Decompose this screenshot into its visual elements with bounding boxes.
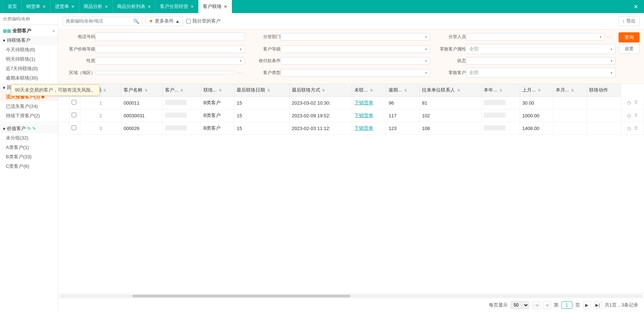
close-customer-tier-icon[interactable]: ✕	[190, 4, 194, 9]
close-product-analysis-list-icon[interactable]: ✕	[148, 4, 151, 9]
person-select[interactable]: ▾	[466, 33, 605, 41]
query-button[interactable]: 查询	[619, 32, 640, 42]
last-page-button[interactable]: ▶|	[594, 301, 602, 309]
this-month-sales-column-header[interactable]: 本月... ⇅	[553, 84, 587, 97]
name-column-header[interactable]: 客户名称 ⇅	[121, 84, 163, 97]
settings-button[interactable]: 设置	[619, 44, 640, 54]
row-checkbox[interactable]	[72, 113, 76, 117]
sidebar-item-declining[interactable]: 持续下滑客户(2)	[0, 111, 58, 121]
action-contact-icon[interactable]: ◷	[627, 100, 631, 105]
page-input[interactable]: 1	[562, 301, 572, 309]
group-arrow-2: ▾	[3, 85, 5, 90]
row-overdue: 108	[420, 122, 482, 135]
refresh-icon[interactable]: ↻	[27, 126, 31, 131]
filter-icon: ▼	[149, 19, 153, 24]
filter-field-price-level: 客户价格等级 ▾	[63, 45, 245, 53]
row-code: 000011	[121, 97, 163, 109]
dept-select[interactable]: ▾	[281, 33, 430, 41]
last-contact-date-column-header[interactable]: 最后联络日期 ⇅	[234, 84, 289, 97]
row-last-contact-way[interactable]: 下销货单	[352, 97, 386, 109]
nav-purchase-order[interactable]: 进货单 ✕	[51, 0, 79, 13]
sidebar-item-class-c[interactable]: C类客户(6)	[0, 162, 58, 171]
nav-product-analysis-list[interactable]: 商品分析列表 ✕	[113, 0, 156, 13]
row-overdue: 102	[420, 109, 482, 122]
price-level-select[interactable]: ▾	[95, 45, 245, 53]
contact-column-header[interactable]: 联络... ⇅	[201, 84, 234, 97]
group-pending-contact[interactable]: ▾ 待联络客户	[0, 36, 58, 45]
sidebar-item-churned[interactable]: 已流失客户(24)	[0, 102, 58, 111]
export-button[interactable]: ↑ 导出	[619, 16, 640, 26]
more-conditions-button[interactable]: ▼ 更多条件 ▲	[145, 16, 183, 26]
linked-sort-icon: ⇅	[457, 88, 460, 92]
region-select[interactable]	[95, 71, 234, 74]
action-more-icon[interactable]: ⠿	[634, 126, 638, 131]
last-contact-way-column-header[interactable]: 最后联络方式 ⇅	[289, 84, 352, 97]
retail-attr-select[interactable]: 全部 ▾	[466, 44, 616, 54]
row-checkbox[interactable]	[72, 100, 76, 105]
group-value-customers[interactable]: ▾ 价值客户 ↻ ✎	[0, 124, 58, 133]
action-more-icon[interactable]: ⠿	[634, 100, 638, 105]
close-product-analysis-icon[interactable]: ✕	[105, 4, 108, 9]
year-sales-column-header[interactable]: 本年... ⇅	[482, 84, 520, 97]
sidebar-item-today[interactable]: 今天待联络(0)	[0, 45, 58, 54]
nav-customer-contact[interactable]: 客户联络 ✕	[198, 0, 232, 13]
next-page-button[interactable]: ▶	[583, 301, 591, 309]
close-sales-order-icon[interactable]: ✕	[43, 4, 46, 9]
close-purchase-order-icon[interactable]: ✕	[71, 4, 75, 9]
edit-icon[interactable]: ✎	[32, 126, 36, 131]
search-input[interactable]	[66, 19, 133, 24]
my-customers-checkbox[interactable]	[186, 19, 191, 24]
linked-person-column-header[interactable]: 往来单位联系人 ⇅	[420, 84, 482, 97]
search-input-container[interactable]: 🔍	[63, 17, 142, 26]
sidebar-item-class-a[interactable]: A类客户(1)	[0, 143, 58, 152]
phone-input[interactable]	[95, 32, 245, 41]
row-uncontact: 123	[386, 122, 420, 135]
retail-customer-select[interactable]: 全部 ▾	[466, 68, 616, 78]
prev-page-button[interactable]: ◀	[543, 301, 551, 309]
collapse-icon[interactable]: «	[53, 29, 55, 33]
retail-attr-dropdown-icon: ▾	[611, 47, 612, 51]
nav-customer-tier[interactable]: 客户分层经营 ✕	[156, 0, 198, 13]
sidebar-item-unclassified[interactable]: 未分组(32)	[0, 133, 58, 143]
nav-home[interactable]: 首页	[3, 0, 22, 13]
customer-level-select[interactable]: ▾	[281, 45, 430, 53]
horizontal-scrollbar[interactable]	[58, 293, 644, 298]
customer-type-select[interactable]: ▾	[281, 69, 430, 77]
tooltip-box: 90天未交易的客户，可能有流失风险。	[11, 84, 58, 96]
sidebar-item-tomorrow[interactable]: 明天待联络(1)	[0, 54, 58, 64]
all-customers-title[interactable]: ⊞ 全部客户 «	[0, 25, 58, 36]
row-settings	[58, 109, 69, 122]
per-page-select[interactable]: 50 100 200	[511, 301, 529, 309]
region-more-button[interactable]: ···	[234, 69, 245, 76]
row-checkbox[interactable]	[72, 125, 76, 130]
scrollbar-thumb[interactable]	[132, 295, 350, 297]
row-last-contact-way[interactable]: 下销货单	[352, 122, 386, 135]
nav-sales-order[interactable]: 销货单 ✕	[22, 0, 51, 13]
first-page-button[interactable]: |◀	[532, 301, 540, 309]
action-more-icon[interactable]: ⠿	[634, 113, 638, 118]
sidebar-item-overdue[interactable]: 逾期未联络(30)	[0, 73, 58, 83]
export-icon: ↑	[623, 19, 625, 24]
close-customer-contact-icon[interactable]: ✕	[224, 4, 227, 9]
close-all-button[interactable]: ✕	[631, 3, 641, 10]
overdue-column-header[interactable]: 逾期... ⇅	[386, 84, 420, 97]
sidebar-item-7days[interactable]: 近7天待联络(0)	[0, 64, 58, 73]
last-month-sales-column-header[interactable]: 上月... ⇅	[520, 84, 554, 97]
code-sort-icon: ⇅	[103, 88, 106, 92]
row-this-month-sales	[587, 109, 621, 122]
person-more-button[interactable]: ···	[605, 33, 616, 40]
status-select[interactable]: ▾	[466, 57, 616, 65]
type-column-header[interactable]: 客户... ⇅	[163, 84, 201, 97]
payment-select[interactable]: ▾	[281, 57, 430, 65]
action-contact-icon[interactable]: ◷	[627, 113, 631, 118]
uncontact-column-header[interactable]: 未联... ⇅	[352, 84, 386, 97]
actions-column-header: 联络动作	[587, 84, 621, 97]
action-contact-icon[interactable]: ◷	[627, 126, 631, 131]
top-navigation: 首页 销货单 ✕ 进货单 ✕ 商品分析 ✕ 商品分析列表 ✕ 客户分层经营 ✕ …	[0, 0, 644, 13]
nav-product-analysis[interactable]: 商品分析 ✕	[79, 0, 113, 13]
sidebar-item-class-b[interactable]: B类客户(33)	[0, 152, 58, 162]
my-customers-checkbox-label[interactable]: 我分管的客户	[186, 18, 221, 24]
category-search-input[interactable]	[3, 16, 57, 21]
row-last-contact-way[interactable]: 下销货单	[352, 109, 386, 122]
nature-select[interactable]: ▾	[95, 57, 245, 65]
